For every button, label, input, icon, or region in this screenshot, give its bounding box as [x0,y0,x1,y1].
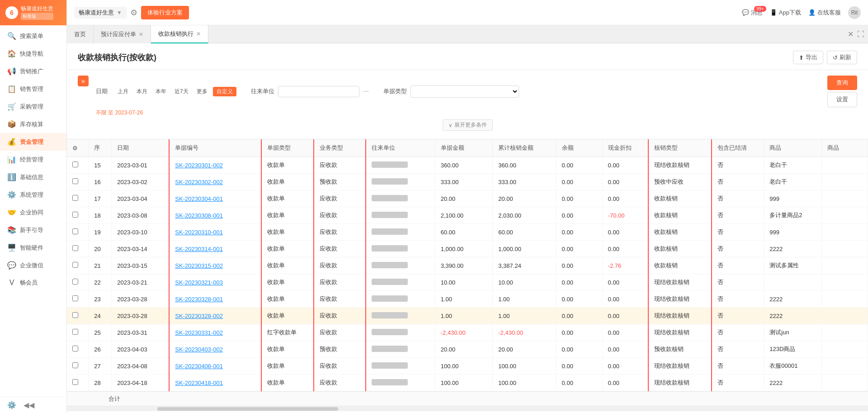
partner-more-icon[interactable]: ··· [363,87,369,95]
th-cash-discount: 现金折扣 [602,139,648,157]
sidebar-item-quick-nav[interactable]: 🏠快捷导航 [0,45,66,62]
tab-bar: 首页 预计应应付单 ✕ 收款核销执行 ✕ ✕ ⛶ [67,25,868,43]
cell-cumulative: 20.00 [493,190,556,207]
sidebar-item-member[interactable]: V畅会员 [0,274,66,291]
partner-label: 往来单位 [251,87,274,95]
cell-checkbox[interactable] [67,190,89,207]
cell-date: 2023-04-03 [112,341,170,358]
cell-checkbox[interactable] [67,257,89,274]
cell-goods2 [821,257,868,274]
filter-setting-button[interactable]: 设置 [827,92,857,107]
th-goods2: 商品 [821,139,868,157]
gear-icon[interactable]: ⚙ [130,8,137,18]
sidebar-item-wechat[interactable]: 💬企业微信 [0,256,66,274]
cell-checkbox[interactable] [67,207,89,224]
sidebar-item-sales[interactable]: 📋销售管理 [0,80,66,98]
tab-collection[interactable]: 收款核销执行 ✕ [151,25,208,43]
app-download-button[interactable]: 📱 App下载 [770,9,801,17]
cell-biz-type: 应收款 [314,324,366,341]
th-partner: 往来单位 [366,139,435,157]
cell-no: 26 [89,341,112,358]
horizontal-scrollbar[interactable] [67,406,868,411]
cell-partner [366,274,435,291]
date-btn-this-month[interactable]: 本月 [134,87,150,96]
export-button[interactable]: ⬆ 导出 [793,51,823,64]
tab-close-receivable[interactable]: ✕ [139,31,143,38]
messages-button[interactable]: 💬 消息 99+ [742,9,763,17]
user-avatar[interactable]: Rit [848,6,861,19]
filter-expand-button[interactable]: » [78,76,89,86]
cell-cash-discount: -2.76 [602,257,648,274]
th-settings[interactable]: ⚙ [67,139,89,157]
date-btn-last-month[interactable]: 上月 [115,87,131,96]
sidebar-item-purchase[interactable]: 🛒采购管理 [0,98,66,115]
cell-checkbox[interactable] [67,274,89,291]
sidebar-item-guide[interactable]: 📚新手引导 [0,221,66,239]
scrollbar-thumb[interactable] [157,407,338,411]
partner-filter: 往来单位 ··· [251,86,369,97]
table-row: 25 2023-03-31 SK-20230331-002 红字收款单 应收款 … [67,324,868,341]
cell-goods2 [821,324,868,341]
topbar-left: 畅康道好生意 ▼ ⚙ 体验行业方案 [74,6,736,19]
cell-partner [366,157,435,174]
cell-checkbox[interactable] [67,341,89,358]
messages-badge: 99+ [754,6,766,12]
cell-balance: 0.00 [556,375,602,391]
sidebar-item-search[interactable]: 🔍搜索菜单 [0,27,66,45]
cell-checkbox[interactable] [67,291,89,308]
refresh-button[interactable]: ↺ 刷新 [827,51,857,64]
th-goods: 商品 [764,139,822,157]
cell-include-settled: 否 [712,341,764,358]
app-icon: 📱 [770,9,777,16]
cell-checkbox[interactable] [67,174,89,190]
cell-checkbox[interactable] [67,375,89,391]
date-btn-this-year[interactable]: 本年 [153,87,169,96]
cell-partner [366,207,435,224]
cell-amount: 20.00 [435,341,493,358]
date-btn-more[interactable]: 更多 [194,87,210,96]
cell-partner [366,190,435,207]
sidebar-item-finance[interactable]: 💰资金管理 [0,133,66,151]
sidebar-item-operation[interactable]: 📊经营管理 [0,151,66,168]
sidebar-item-inventory[interactable]: 📦库存核算 [0,115,66,133]
enterprise-icon: 🤝 [7,208,16,217]
sidebar-item-system[interactable]: ⚙️系统管理 [0,186,66,204]
cell-doc-no: SK-20230308-001 [169,207,261,224]
collapse-icon[interactable]: ◀◀ [24,401,34,409]
brand-selector[interactable]: 畅康道好生意 ▼ [74,7,127,19]
cell-doc-no: SK-20230304-001 [169,190,261,207]
cell-checkbox[interactable] [67,224,89,241]
partner-input[interactable] [278,86,359,97]
tab-home[interactable]: 首页 [67,25,94,43]
table-row: 23 2023-03-28 SK-20230328-001 收款单 应收款 1.… [67,291,868,308]
close-tab-button[interactable]: ✕ [848,30,854,38]
date-custom-button[interactable]: 自定义 [213,87,236,96]
cell-cancel-type: 收款核销 [648,190,712,207]
cell-checkbox[interactable] [67,324,89,341]
sidebar-item-basic[interactable]: ℹ️基础信息 [0,168,66,186]
tab-close-collection[interactable]: ✕ [196,31,201,37]
expand-more-button[interactable]: ∨ 展开更多条件 [443,119,493,131]
sidebar-logo: 6 畅康道好生意 标推版 [0,0,66,25]
cell-goods2 [821,341,868,358]
cell-checkbox[interactable] [67,358,89,375]
cell-checkbox[interactable] [67,241,89,257]
online-service-button[interactable]: 👤 在线客服 [808,9,841,17]
expand-tab-button[interactable]: ⛶ [857,30,864,38]
cell-checkbox[interactable] [67,157,89,174]
sidebar-item-marketing[interactable]: 📢营销推广 [0,62,66,80]
query-button[interactable]: 查询 [827,76,857,90]
sidebar-item-enterprise[interactable]: 🤝企业协同 [0,204,66,221]
finance-icon: 💰 [7,138,16,146]
tab-receivable[interactable]: 预计应应付单 ✕ [94,25,151,43]
cell-balance: 0.00 [556,274,602,291]
settings-icon[interactable]: ⚙️ [7,401,16,409]
solution-button[interactable]: 体验行业方案 [141,6,189,19]
cell-goods [764,274,822,291]
cell-doc-no: SK-20230408-001 [169,358,261,375]
date-btn-7days[interactable]: 近7天 [172,87,191,96]
sidebar-item-hardware[interactable]: 🖥️智能硬件 [0,239,66,256]
cell-checkbox[interactable] [67,308,89,324]
cell-amount: 1,000.00 [435,241,493,257]
doc-type-select[interactable] [410,85,519,98]
